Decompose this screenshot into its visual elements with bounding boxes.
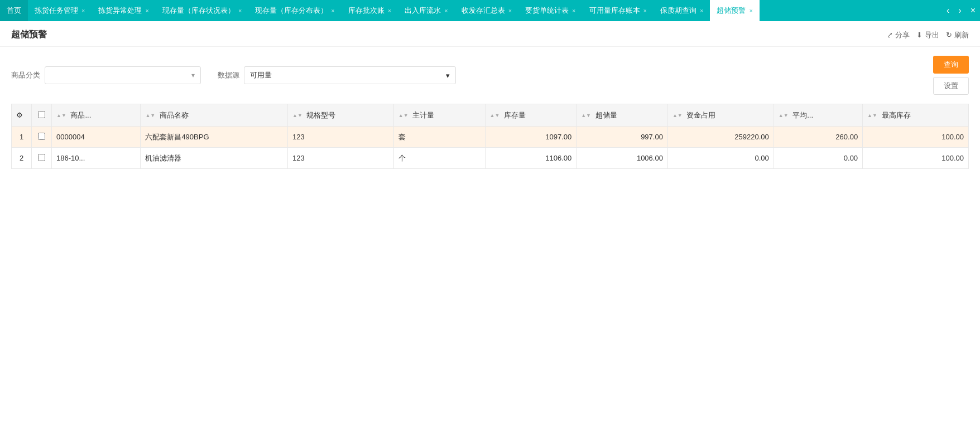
nav-task-management[interactable]: 拣货任务管理 × [28, 0, 92, 21]
query-button[interactable]: 查询 [933, 56, 969, 74]
datasource-label: 数据源 [218, 70, 239, 80]
row-unit: 套 [393, 127, 485, 148]
row-num: 1 [12, 127, 32, 148]
close-icon[interactable]: × [508, 7, 512, 14]
select-all-checkbox[interactable] [38, 111, 45, 118]
nav-next-arrow[interactable]: › [954, 0, 965, 21]
row-name: 机油滤清器 [141, 148, 288, 169]
chevron-down-icon: ▾ [446, 71, 450, 80]
sort-icon: ▲▼ [398, 113, 409, 118]
sort-icon: ▲▼ [779, 113, 789, 118]
row-checkbox[interactable] [38, 154, 45, 161]
datasource-filter-group: 数据源 可用量 ▾ [218, 66, 456, 84]
share-icon: ⤤ [887, 31, 893, 39]
datasource-value: 可用量 [250, 70, 272, 80]
row-capital: 259220.00 [667, 127, 774, 148]
sort-icon: ▲▼ [867, 113, 877, 118]
row-checkbox-cell [32, 148, 52, 169]
nav-summary[interactable]: 收发存汇总表 × [455, 0, 518, 21]
nav-available-account[interactable]: 可用量库存账本 × [583, 0, 654, 21]
table-area: ⚙ ▲▼ 商品... ▲▼ 商品名称 ▲▼ 规格型号 ▲▼ [0, 104, 980, 169]
nav-order-stats[interactable]: 要货单统计表 × [518, 0, 582, 21]
sort-icon: ▲▼ [292, 113, 302, 118]
page-title: 超储预警 [11, 29, 47, 41]
close-icon[interactable]: × [572, 7, 575, 14]
row-spec: 123 [287, 127, 393, 148]
nav-overstock-warning[interactable]: 超储预警 × [710, 0, 759, 21]
code-column-header[interactable]: ▲▼ 商品... [52, 104, 141, 127]
spec-column-header[interactable]: ▲▼ 规格型号 [287, 104, 393, 127]
close-icon[interactable]: × [700, 7, 703, 14]
row-overflow: 1006.00 [577, 148, 668, 169]
category-label: 商品分类 [11, 70, 40, 80]
row-spec: 123 [287, 148, 393, 169]
nav-stock-status[interactable]: 现存量（库存状况表） × [156, 0, 248, 21]
overflow-column-header[interactable]: ▲▼ 超储量 [577, 104, 668, 127]
filter-area: 商品分类 ▾ 数据源 可用量 ▾ 查询 设置 [0, 47, 980, 104]
row-checkbox[interactable] [38, 133, 45, 140]
page-actions: ⤤ 分享 ⬇ 导出 ↻ 刷新 [887, 30, 969, 40]
close-icon[interactable]: × [444, 7, 448, 14]
stock-column-header[interactable]: ▲▼ 库存量 [485, 104, 577, 127]
gear-icon[interactable]: ⚙ [16, 111, 23, 119]
nav-arrows: ‹ › × [942, 0, 980, 21]
filter-buttons: 查询 设置 [933, 56, 969, 95]
share-action[interactable]: ⤤ 分享 [887, 30, 910, 40]
export-icon: ⬇ [916, 31, 923, 39]
row-stock: 1106.00 [485, 148, 577, 169]
refresh-action[interactable]: ↻ 刷新 [946, 30, 969, 40]
refresh-icon: ↻ [946, 31, 952, 39]
avg-column-header[interactable]: ▲▼ 平均... [774, 104, 862, 127]
sort-icon: ▲▼ [145, 113, 155, 118]
nav-quality-period[interactable]: 保质期查询 × [654, 0, 710, 21]
close-icon[interactable]: × [643, 7, 647, 14]
sort-icon: ▲▼ [56, 113, 66, 118]
export-action[interactable]: ⬇ 导出 [916, 30, 939, 40]
row-max: 100.00 [863, 148, 969, 169]
unit-column-header[interactable]: ▲▼ 主计量 [393, 104, 485, 127]
table-row: 1 0000004 六配套新昌490BPG 123 套 1097.00 997.… [12, 127, 969, 148]
nav-inout-flow[interactable]: 出入库流水 × [398, 0, 454, 21]
row-stock: 1097.00 [485, 127, 577, 148]
row-overflow: 997.00 [577, 127, 668, 148]
category-select[interactable]: ▾ [45, 66, 201, 84]
name-column-header[interactable]: ▲▼ 商品名称 [141, 104, 288, 127]
close-icon[interactable]: × [749, 7, 752, 14]
row-max: 100.00 [863, 127, 969, 148]
row-checkbox-cell [32, 127, 52, 148]
nav-prev-arrow[interactable]: ‹ [942, 0, 954, 21]
settings-column-header: ⚙ [12, 104, 32, 127]
row-name: 六配套新昌490BPG [141, 127, 288, 148]
sort-icon: ▲▼ [490, 113, 500, 118]
sort-icon: ▲▼ [581, 113, 591, 118]
chevron-down-icon: ▾ [191, 71, 195, 79]
nav-batch-account[interactable]: 库存批次账 × [342, 0, 398, 21]
row-avg: 260.00 [774, 127, 862, 148]
setting-button[interactable]: 设置 [933, 77, 969, 95]
close-icon[interactable]: × [145, 7, 148, 14]
capital-column-header[interactable]: ▲▼ 资金占用 [667, 104, 774, 127]
row-code: 186-10... [52, 148, 141, 169]
nav-close-arrow[interactable]: × [966, 0, 980, 21]
nav-stock-distribution[interactable]: 现存量（库存分布表） × [248, 0, 341, 21]
datasource-select[interactable]: 可用量 ▾ [244, 66, 456, 84]
nav-exception-handling[interactable]: 拣货异常处理 × [92, 0, 155, 21]
close-icon[interactable]: × [331, 7, 334, 14]
row-avg: 0.00 [774, 148, 862, 169]
row-unit: 个 [393, 148, 485, 169]
row-num: 2 [12, 148, 32, 169]
top-navigation: 首页 拣货任务管理 × 拣货异常处理 × 现存量（库存状况表） × 现存量（库存… [0, 0, 980, 21]
sort-icon: ▲▼ [672, 113, 683, 118]
nav-home[interactable]: 首页 [0, 0, 28, 21]
table-row: 2 186-10... 机油滤清器 123 个 1106.00 1006.00 … [12, 148, 969, 169]
checkbox-column-header [32, 104, 52, 127]
close-icon[interactable]: × [81, 7, 85, 14]
max-column-header[interactable]: ▲▼ 最高库存 [863, 104, 969, 127]
row-capital: 0.00 [667, 148, 774, 169]
table-header-row: ⚙ ▲▼ 商品... ▲▼ 商品名称 ▲▼ 规格型号 ▲▼ [12, 104, 969, 127]
category-filter-group: 商品分类 ▾ [11, 66, 201, 84]
close-icon[interactable]: × [388, 7, 391, 14]
page-header: 超储预警 ⤤ 分享 ⬇ 导出 ↻ 刷新 [0, 21, 980, 47]
close-icon[interactable]: × [238, 7, 242, 14]
row-code: 0000004 [52, 127, 141, 148]
